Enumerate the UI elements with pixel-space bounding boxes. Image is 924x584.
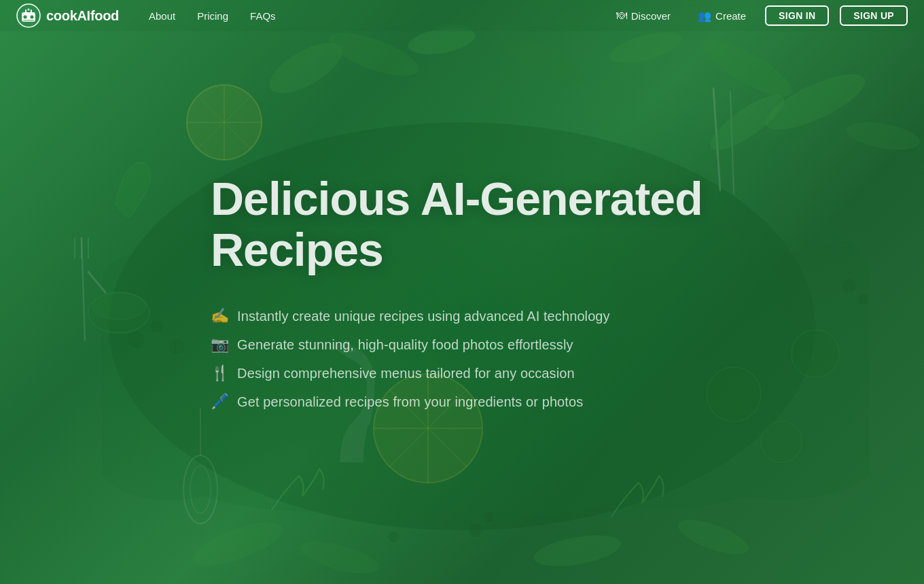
personalized-recipe-icon: 🖊️ (211, 393, 229, 411)
svg-point-35 (389, 532, 399, 543)
create-link[interactable]: 👥 Create (690, 5, 754, 27)
svg-point-32 (484, 511, 495, 522)
hero-title: Delicious AI-Generated Recipes (211, 173, 713, 275)
create-icon: 👥 (698, 10, 711, 22)
nav-link-pricing[interactable]: Pricing (189, 6, 236, 26)
svg-point-3 (31, 16, 34, 19)
recipe-create-icon: ✍️ (211, 307, 229, 325)
svg-point-47 (532, 530, 624, 572)
svg-point-7 (28, 9, 30, 11)
signup-button[interactable]: SIGN UP (840, 5, 908, 26)
svg-point-13 (606, 26, 685, 69)
nav-link-faqs[interactable]: FAQs (242, 6, 284, 26)
feature-item-3: 🍴 Design comprehensive menus tailored fo… (211, 364, 713, 382)
feature-item-1: ✍️ Instantly create unique recipes using… (211, 307, 713, 325)
svg-point-12 (498, 30, 590, 92)
logo-icon (16, 3, 41, 28)
svg-point-2 (24, 16, 27, 19)
photo-generate-icon: 📷 (211, 336, 229, 354)
feature-text-1: Instantly create unique recipes using ad… (237, 309, 610, 324)
signin-button[interactable]: SIGN IN (765, 5, 829, 26)
svg-point-46 (297, 535, 382, 580)
navbar: cookAIfood About Pricing FAQs 🍽 Discover… (0, 0, 924, 31)
svg-point-31 (469, 523, 482, 537)
svg-point-48 (674, 513, 753, 561)
navbar-right: 🍽 Discover 👥 Create SIGN IN SIGN UP (608, 5, 908, 27)
feature-text-4: Get personalized recipes from your ingre… (237, 394, 583, 410)
svg-point-14 (696, 29, 799, 106)
svg-point-53 (92, 292, 146, 320)
logo-text: cookAIfood (46, 8, 119, 24)
svg-rect-5 (31, 10, 32, 13)
feature-item-2: 📷 Generate stunning, high-quality food p… (211, 336, 713, 354)
hero-content: Delicious AI-Generated Recipes ✍️ Instan… (156, 173, 768, 411)
feature-text-2: Generate stunning, high-quality food pho… (237, 337, 573, 353)
navbar-left: cookAIfood About Pricing FAQs (16, 3, 284, 28)
logo-link[interactable]: cookAIfood (16, 3, 119, 28)
hero-features: ✍️ Instantly create unique recipes using… (211, 307, 713, 411)
discover-icon: 🍽 (616, 10, 627, 22)
create-label: Create (715, 10, 746, 22)
feature-text-3: Design comprehensive menus tailored for … (237, 366, 575, 381)
discover-label: Discover (631, 10, 671, 22)
feature-item-4: 🖊️ Get personalized recipes from your in… (211, 393, 713, 411)
menu-design-icon: 🍴 (211, 364, 229, 382)
svg-rect-4 (25, 10, 26, 13)
nav-link-about[interactable]: About (141, 6, 183, 26)
discover-link[interactable]: 🍽 Discover (608, 5, 679, 26)
nav-links: About Pricing FAQs (141, 6, 284, 26)
svg-point-50 (845, 118, 923, 155)
hero-section: Delicious AI-Generated Recipes ✍️ Instan… (0, 0, 924, 584)
svg-rect-6 (23, 20, 34, 21)
